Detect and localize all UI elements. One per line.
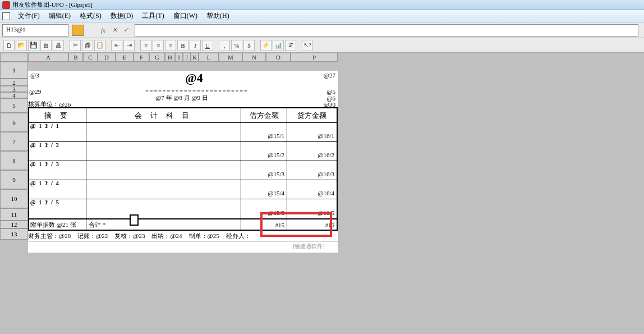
- app-logo-icon: [2, 1, 10, 9]
- menu-edit[interactable]: 编辑(E): [44, 10, 75, 22]
- menu-format[interactable]: 格式(S): [75, 10, 106, 22]
- th-summary: 摘 要: [29, 108, 86, 122]
- highlight-annotation: [260, 212, 332, 237]
- menu-help[interactable]: 帮助(H): [202, 10, 234, 22]
- th-debit: 借方金额: [241, 108, 287, 122]
- fx-icon[interactable]: fx: [98, 25, 109, 36]
- new-button[interactable]: 🗋: [3, 40, 15, 51]
- col-header[interactable]: E: [116, 53, 134, 62]
- paste-button[interactable]: 📋: [94, 40, 105, 51]
- col-header[interactable]: H: [165, 53, 175, 62]
- formula-input[interactable]: [135, 24, 638, 36]
- col-header[interactable]: D: [98, 53, 116, 62]
- row-header[interactable]: 1: [0, 62, 28, 79]
- sign-maker: 制单：@25: [189, 232, 219, 240]
- print-button[interactable]: 🖶: [53, 40, 64, 51]
- row-header[interactable]: 3: [0, 86, 28, 92]
- row-header[interactable]: 2: [0, 79, 28, 86]
- th-credit: 贷方金额: [287, 108, 337, 122]
- select-all-corner[interactable]: [0, 53, 28, 62]
- col-header[interactable]: A: [28, 53, 68, 62]
- export-button[interactable]: 🗎: [40, 40, 52, 51]
- col-header[interactable]: L: [199, 53, 219, 62]
- row-header[interactable]: 11: [0, 208, 28, 221]
- menu-tools[interactable]: 工具(T): [137, 10, 168, 22]
- col-header[interactable]: B: [68, 53, 83, 62]
- row-header[interactable]: 7: [0, 132, 28, 151]
- voucher-row[interactable]: @11/2 @12/2 @15/2 @16/2: [29, 142, 337, 161]
- spreadsheet-grid[interactable]: A B C D E F G H I J K L M N O P 1 2 3 4 …: [0, 53, 644, 244]
- row-header[interactable]: 4: [0, 92, 28, 98]
- cell-reference-input[interactable]: H13@1: [2, 24, 68, 36]
- menu-file[interactable]: 文件(F): [13, 10, 44, 22]
- sort-button[interactable]: ⇵: [285, 40, 296, 51]
- cancel-icon[interactable]: ✕: [109, 25, 120, 36]
- menu-window[interactable]: 窗口(W): [169, 10, 202, 22]
- watermark-text: [畅捷通软件]: [293, 243, 325, 250]
- sign-cashier: 出纳：@24: [151, 232, 182, 240]
- toolbar: 🗋 📂 💾 🗎 🖶 ✂ 🗐 📋 ⇤ ⇥ ≡ ≡ ≡ B I U , % $ ⚡ …: [0, 38, 644, 53]
- wizard-button[interactable]: ⚡: [260, 40, 272, 51]
- indent-left-button[interactable]: ⇤: [111, 40, 122, 51]
- row-header[interactable]: 8: [0, 151, 28, 170]
- menu-data[interactable]: 数据(D): [106, 10, 138, 22]
- col-header[interactable]: I: [175, 53, 183, 62]
- confirm-icon[interactable]: ✓: [120, 25, 131, 36]
- sign-finance: 财务主管：@28: [28, 232, 71, 240]
- col-header[interactable]: G: [149, 53, 165, 62]
- col-header[interactable]: C: [83, 53, 98, 62]
- header-left: @3: [28, 71, 84, 88]
- menubar: 文件(F) 编辑(E) 格式(S) 数据(D) 工具(T) 窗口(W) 帮助(H…: [0, 10, 644, 22]
- sign-handler: 经办人：: [226, 232, 251, 240]
- help-pointer-button[interactable]: ↖?: [302, 40, 313, 51]
- save-button[interactable]: 💾: [28, 40, 39, 51]
- open-button[interactable]: 📂: [16, 40, 27, 51]
- comma-button[interactable]: ,: [219, 40, 230, 51]
- voucher-title: @4: [84, 71, 304, 88]
- col-header[interactable]: M: [219, 53, 242, 62]
- row-header[interactable]: 5: [0, 98, 28, 113]
- titlebar: 用友软件集团-UFO - [Glpzje5]: [0, 0, 644, 10]
- align-left-button[interactable]: ≡: [140, 40, 151, 51]
- app-title: 用友软件集团-UFO - [Glpzje5]: [12, 1, 93, 9]
- bold-button[interactable]: B: [177, 40, 188, 51]
- row-header[interactable]: 6: [0, 113, 28, 132]
- voucher-row[interactable]: @11/3 @12/3 @15/3 @16/3: [29, 161, 337, 180]
- copy-button[interactable]: 🗐: [82, 40, 93, 51]
- th-subject: 会 计 科 目: [86, 108, 241, 122]
- col-header[interactable]: K: [191, 53, 199, 62]
- col-header[interactable]: F: [134, 53, 149, 62]
- indent-right-button[interactable]: ⇥: [123, 40, 135, 51]
- voucher-row[interactable]: @11/1 @12/1 @15/1 @16/1: [29, 123, 337, 142]
- align-center-button[interactable]: ≡: [153, 40, 164, 51]
- foot-total: 合计 *: [86, 219, 241, 230]
- col-header[interactable]: J: [183, 53, 191, 62]
- row4-right: @30: [71, 101, 338, 108]
- foot-attach: 附单据数 @21 张: [29, 219, 86, 230]
- currency-button[interactable]: $: [243, 40, 255, 51]
- color-picker-button[interactable]: [72, 25, 84, 36]
- col-header[interactable]: P: [291, 53, 338, 62]
- percent-button[interactable]: %: [231, 40, 242, 51]
- workarea: A B C D E F G H I J K L M N O P 1 2 3 4 …: [0, 53, 644, 334]
- cut-button[interactable]: ✂: [70, 40, 81, 51]
- formula-bar: H13@1 fx ✕ ✓: [0, 22, 644, 38]
- active-cell-cursor[interactable]: [130, 214, 139, 226]
- row-header[interactable]: 10: [0, 189, 28, 208]
- unit-label: 核算单位：: [28, 100, 59, 108]
- mdi-document-icon: [2, 12, 10, 20]
- voucher-row[interactable]: @11/4 @12/4 @15/4 @16/4: [29, 180, 337, 199]
- row-header[interactable]: 9: [0, 170, 28, 189]
- italic-button[interactable]: I: [190, 40, 201, 51]
- unit-value: @26: [59, 101, 71, 108]
- row2-right: @5: [310, 88, 338, 95]
- row-header[interactable]: 13: [0, 228, 28, 240]
- underline-button[interactable]: U: [202, 40, 213, 51]
- col-header[interactable]: N: [242, 53, 266, 62]
- row-header[interactable]: 12: [0, 221, 28, 228]
- header-right: @27: [304, 71, 338, 88]
- col-header[interactable]: O: [266, 53, 291, 62]
- chart-button[interactable]: 📊: [273, 40, 284, 51]
- align-right-button[interactable]: ≡: [165, 40, 176, 51]
- sign-book: 记账：@22: [77, 232, 108, 240]
